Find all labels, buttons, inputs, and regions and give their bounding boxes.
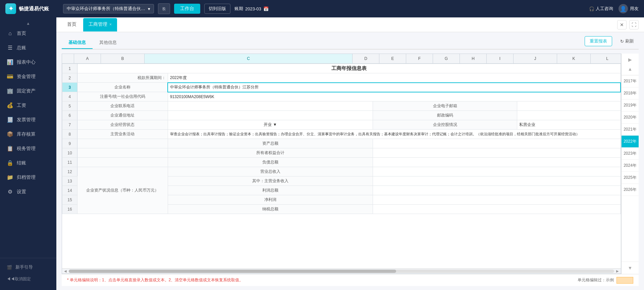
archive-icon: 📁 bbox=[7, 174, 13, 180]
table-row: 6 企业通信地址 邮政编码 bbox=[62, 111, 621, 120]
calendar-icon[interactable]: 📅 bbox=[263, 6, 269, 11]
profit-label: 利润总额 bbox=[168, 186, 373, 195]
sidebar-item-label: 首页 bbox=[17, 30, 26, 37]
refresh-icon: ↻ bbox=[620, 39, 624, 44]
title-cell[interactable]: 工商年报信息表 bbox=[77, 64, 621, 73]
sidebar-item-inventory[interactable]: 📦 库存核算 bbox=[0, 127, 56, 141]
sidebar-item-archive[interactable]: 📁 归档管理 bbox=[0, 170, 56, 185]
year-2019[interactable]: 2019年 bbox=[622, 99, 639, 112]
year-2026[interactable]: 2026年 bbox=[622, 184, 639, 196]
year-2023[interactable]: 2023年 bbox=[622, 148, 639, 160]
spreadsheet-body[interactable]: 1 工商年报信息表 2 税款所属期间： 2022年度 bbox=[62, 64, 621, 268]
tax-total-value-cell[interactable] bbox=[373, 205, 621, 214]
user-area[interactable]: 👤 用友 bbox=[619, 4, 639, 13]
table-row: 9 资产总额 bbox=[62, 139, 621, 148]
refresh-button[interactable]: ↻ 刷新 bbox=[615, 37, 639, 46]
address-value-cell[interactable] bbox=[168, 111, 373, 120]
main-layout: ▲ ⌂ 首页 ☰ 总账 📊 报表中心 💳 资金管理 🏢 固定资产 bbox=[0, 17, 644, 290]
year-2020[interactable]: 2020年 bbox=[622, 112, 639, 124]
sidebar-item-fixed[interactable]: 🏢 固定资产 bbox=[0, 84, 56, 98]
scroll-left-icon[interactable]: ◀ bbox=[63, 269, 68, 273]
year-2021[interactable]: 2021年 bbox=[622, 124, 639, 136]
cell-edited-label: 单元格编辑过：示例 bbox=[578, 277, 614, 283]
sidebar-item-label: 报表中心 bbox=[17, 59, 36, 65]
year-2025[interactable]: 2025年 bbox=[622, 172, 639, 184]
holding-value-cell[interactable]: 私营企业 bbox=[517, 120, 621, 130]
tab-close-icon[interactable]: × bbox=[109, 22, 112, 27]
period-value-cell[interactable]: 2022年度 bbox=[168, 73, 621, 83]
sidebar-item-home[interactable]: ⌂ 首页 bbox=[0, 26, 56, 41]
sub-tab-basic[interactable]: 基础信息 bbox=[62, 37, 93, 49]
assets-info-label: 企业资产状况信息（币种：人民币万元） bbox=[77, 167, 168, 214]
scroll-right-icon[interactable]: ▶ bbox=[615, 269, 620, 273]
equity-value-cell[interactable] bbox=[373, 148, 621, 158]
scrollbar-track bbox=[69, 270, 614, 273]
sidebar-item-tax[interactable]: 📋 税务管理 bbox=[0, 141, 56, 156]
app-name: 畅捷通易代账 bbox=[19, 6, 49, 12]
copy-icon: ⎘ bbox=[163, 6, 165, 11]
year-2017[interactable]: 2017年 bbox=[622, 75, 639, 87]
period-area: 账期 2023-03 📅 bbox=[234, 6, 269, 12]
sidebar-item-settings[interactable]: ⚙ 设置 bbox=[0, 185, 56, 199]
switch-version-button[interactable]: 切到旧版 bbox=[204, 4, 230, 14]
sidebar-down-button[interactable]: ▼ bbox=[624, 263, 636, 273]
net-profit-label: 净利润 bbox=[168, 195, 373, 205]
tab-business[interactable]: 工商管理 × bbox=[83, 18, 117, 31]
year-2022[interactable]: 2022年 bbox=[622, 136, 639, 148]
business-value-cell[interactable]: 审查企业会计报表；出具审计报告；验证企业资本；出具验资报告；办理企业合开、分立、… bbox=[168, 130, 621, 139]
reset-report-button[interactable]: 重置报表 bbox=[585, 36, 612, 46]
sidebar-item-finance[interactable]: 💳 资金管理 bbox=[0, 69, 56, 84]
sidebar-item-label: 归档管理 bbox=[17, 174, 36, 180]
main-revenue-value-cell[interactable] bbox=[373, 176, 621, 186]
postal-value-cell[interactable] bbox=[517, 111, 621, 120]
row-number: 9 bbox=[62, 139, 77, 148]
col-header-E: E bbox=[379, 54, 406, 63]
company-name-value-cell[interactable]: 中审众环会计师事务所（特殊普通合伙）江苏分所 bbox=[168, 83, 621, 92]
email-value-cell[interactable] bbox=[517, 101, 621, 111]
table-title: 工商年报信息表 bbox=[331, 65, 367, 71]
tab-home[interactable]: 首页 bbox=[62, 18, 82, 31]
sidebar-up-button[interactable]: ▲ bbox=[624, 64, 636, 74]
guide-button[interactable]: 🎬 新手引导 bbox=[0, 261, 56, 274]
assets-value-cell[interactable] bbox=[373, 139, 621, 148]
unpin-button[interactable]: ◀◀取消固定 bbox=[0, 274, 56, 285]
row-number: 4 bbox=[62, 92, 77, 101]
copy-button[interactable]: ⎘ bbox=[158, 3, 170, 14]
settings-icon: ⚙ bbox=[7, 189, 13, 195]
sidebar-scroll-up[interactable]: ▲ bbox=[25, 20, 31, 26]
sidebar-item-payroll[interactable]: 💰 工资 bbox=[0, 98, 56, 113]
net-profit-value-cell[interactable] bbox=[373, 195, 621, 205]
spreadsheet-table: 1 工商年报信息表 2 税款所属期间： 2022年度 bbox=[62, 64, 621, 214]
phone-value-cell[interactable] bbox=[168, 101, 373, 111]
liabilities-value-cell[interactable] bbox=[373, 158, 621, 167]
tab-home-label: 首页 bbox=[67, 21, 76, 27]
sidebar-item-invoice[interactable]: 🧾 发票管理 bbox=[0, 113, 56, 127]
profit-value-cell[interactable] bbox=[373, 186, 621, 195]
table-row: 10 所有者权益合计 bbox=[62, 148, 621, 158]
revenue-label: 营业总收入 bbox=[168, 167, 373, 176]
unpin-label: ◀◀取消固定 bbox=[7, 276, 31, 282]
consult-button[interactable]: 🎧 人工咨询 bbox=[589, 6, 613, 12]
horizontal-scrollbar[interactable]: ◀ ▶ bbox=[62, 268, 621, 274]
status-value-cell[interactable]: 开业 ▼ bbox=[168, 120, 373, 130]
sidebar-item-close[interactable]: 🔒 结账 bbox=[0, 156, 56, 170]
col-header-L: L bbox=[591, 54, 621, 63]
sidebar-collapse-button[interactable]: ▶ bbox=[624, 55, 636, 64]
sub-tab-other[interactable]: 其他信息 bbox=[93, 37, 123, 49]
company-selector[interactable]: 中审众环会计师事务所（特殊普通合伙… ▾ bbox=[63, 4, 154, 13]
workbench-button[interactable]: 工作台 bbox=[174, 4, 200, 14]
row-number: 13 bbox=[62, 176, 77, 186]
tab-expand-button[interactable]: ⛶ bbox=[629, 20, 639, 29]
empty-label2 bbox=[77, 158, 168, 167]
regnum-value-cell[interactable]: 91320100MA208E5W6K bbox=[168, 92, 621, 101]
year-2024[interactable]: 2024年 bbox=[622, 160, 639, 172]
col-header-F: F bbox=[406, 54, 433, 63]
sidebar-item-ledger[interactable]: ☰ 总账 bbox=[0, 41, 56, 55]
guide-icon: 🎬 bbox=[7, 265, 12, 270]
sidebar-item-reports[interactable]: 📊 报表中心 bbox=[0, 55, 56, 69]
home-icon: ⌂ bbox=[7, 30, 13, 37]
tab-close-all-button[interactable]: ✕ bbox=[617, 20, 627, 29]
cell-example bbox=[616, 277, 633, 284]
revenue-value-cell[interactable] bbox=[373, 167, 621, 176]
year-2018[interactable]: 2018年 bbox=[622, 87, 639, 99]
